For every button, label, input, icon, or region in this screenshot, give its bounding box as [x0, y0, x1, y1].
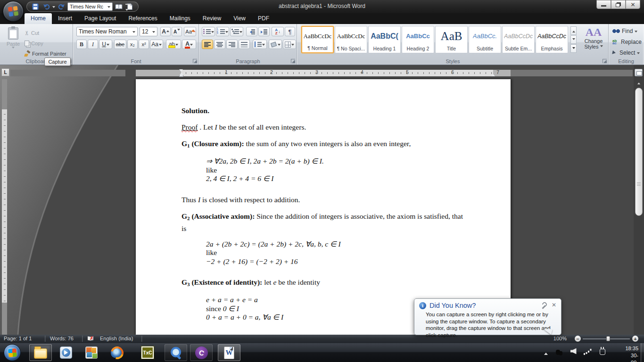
gallery-more-button[interactable] [570, 44, 577, 53]
language-indicator[interactable]: English (India) [100, 336, 133, 341]
font-size-combo[interactable]: 12 [140, 27, 157, 36]
tab-view[interactable]: View [227, 13, 252, 24]
tab-pdf[interactable]: PDF [252, 13, 275, 24]
align-center-button[interactable] [214, 40, 225, 49]
network-signal-icon[interactable] [584, 349, 591, 355]
style-no-spaci[interactable]: AaBbCcDc¶ No Spaci... [335, 26, 367, 53]
power-plug-icon[interactable] [600, 349, 605, 355]
taskbar-texniccenter-button[interactable]: TxC [136, 344, 159, 361]
align-right-button[interactable] [226, 40, 238, 49]
taskbar-media-player-button[interactable] [55, 344, 77, 361]
right-indent-marker[interactable] [491, 72, 495, 76]
paragraph-dialog-launcher[interactable] [291, 59, 295, 63]
style-heading-2[interactable]: AaBbCcHeading 2 [402, 26, 434, 53]
tab-references[interactable]: References [122, 13, 163, 24]
horizontal-ruler[interactable]: 1234567 [10, 69, 633, 77]
show-desktop-button[interactable] [641, 343, 644, 362]
subscript-button[interactable]: x₂ [127, 40, 138, 49]
vertical-ruler[interactable] [2, 79, 7, 335]
grow-font-button[interactable]: A [160, 27, 171, 36]
gallery-down-button[interactable] [570, 35, 577, 44]
styles-dialog-launcher[interactable] [603, 59, 607, 63]
tab-insert[interactable]: Insert [52, 13, 78, 24]
minimize-button[interactable] [596, 0, 611, 9]
zoom-out-button[interactable]: − [575, 336, 581, 342]
bullets-button[interactable] [202, 27, 215, 36]
tab-review[interactable]: Review [197, 13, 227, 24]
justify-button[interactable] [239, 40, 250, 49]
shrink-font-button[interactable]: A [172, 27, 182, 36]
print-preview-button[interactable] [114, 2, 124, 11]
capture-tool-tray-icon[interactable] [556, 350, 560, 355]
undo-button[interactable] [41, 2, 51, 11]
font-dialog-launcher[interactable] [193, 59, 197, 63]
style-heading-1[interactable]: AaBbC(Heading 1 [368, 26, 401, 53]
scrollbar-thumb[interactable] [635, 88, 643, 216]
style-title[interactable]: AaBTitle [435, 26, 468, 53]
italic-button[interactable]: I [88, 40, 98, 49]
proofing-error-icon[interactable]: ✗ [88, 336, 94, 341]
redo-button[interactable] [57, 2, 66, 11]
paste-button[interactable]: Paste [4, 26, 23, 62]
page-indicator[interactable]: Page: 1 of 1 [4, 336, 32, 341]
gallery-up-button[interactable] [570, 26, 577, 35]
replace-button[interactable]: abac Replace [612, 39, 642, 45]
zoom-in-button[interactable]: + [632, 336, 638, 342]
vertical-scrollbar[interactable] [634, 65, 644, 335]
close-button[interactable]: ✕ [626, 0, 640, 9]
sort-button[interactable]: AZ ↓ [272, 27, 284, 36]
increase-indent-button[interactable] [258, 27, 270, 36]
tab-page-layout[interactable]: Page Layout [78, 13, 122, 24]
taskbar-bittorrent-button[interactable]: C [190, 344, 213, 361]
qat-font-combo[interactable]: Times New Rc [67, 2, 113, 11]
bold-button[interactable]: B [76, 40, 87, 49]
align-left-button[interactable] [202, 40, 213, 49]
style-emphasis[interactable]: AaBbCcDcEmphasis [536, 26, 568, 53]
shading-button[interactable] [269, 40, 282, 49]
show-hide-button[interactable]: ¶ [285, 27, 295, 36]
taskbar-search-button[interactable] [165, 344, 187, 361]
document-page[interactable]: Solution.Proof . Let I be the set of all… [136, 79, 511, 335]
style-normal[interactable]: AaBbCcDc¶ Normal [301, 26, 334, 53]
select-button[interactable]: Select [612, 49, 640, 56]
save-button[interactable] [31, 2, 40, 11]
style-subtle-em[interactable]: AaBbCcDcSubtle Em... [502, 26, 535, 53]
undo-dropdown-icon[interactable] [52, 6, 55, 9]
underline-button[interactable]: U [99, 40, 112, 49]
tab-home[interactable]: Home [25, 13, 52, 24]
multilevel-list-button[interactable] [230, 27, 243, 36]
hanging-indent-marker[interactable] [179, 71, 183, 77]
font-color-button[interactable]: A [182, 40, 196, 49]
line-spacing-button[interactable] [253, 40, 267, 49]
highlight-button[interactable]: ab [166, 40, 181, 49]
font-name-combo[interactable]: Times New Roman [76, 27, 138, 36]
borders-button[interactable] [283, 40, 296, 49]
copy-button[interactable]: Copy [25, 38, 66, 49]
tab-mailings[interactable]: Mailings [164, 13, 197, 24]
find-button[interactable]: Find [612, 28, 637, 34]
superscript-button[interactable]: x² [139, 40, 149, 49]
word-count[interactable]: Words: 76 [50, 336, 74, 341]
clear-formatting-button[interactable]: Aa◥ [184, 27, 196, 36]
ruler-toggle-button[interactable] [635, 69, 643, 76]
numbering-button[interactable] [216, 27, 229, 36]
wrench-icon[interactable] [541, 302, 547, 308]
office-button[interactable] [3, 1, 24, 22]
tab-stop-selector[interactable]: L [1, 68, 9, 76]
taskbar-photo-viewer-button[interactable] [80, 344, 103, 361]
clock[interactable]: 18:35 30-09-2014 [625, 345, 638, 362]
change-case-button[interactable]: Aa [150, 40, 163, 49]
decrease-indent-button[interactable] [246, 27, 257, 36]
restore-button[interactable] [611, 0, 626, 9]
start-button[interactable] [4, 344, 21, 361]
style-subtitle[interactable]: AaBbCc.Subtitle [469, 26, 501, 53]
show-hidden-icons-button[interactable] [544, 351, 548, 355]
taskbar-firefox-button[interactable] [106, 344, 128, 361]
close-icon[interactable]: ✕ [552, 303, 556, 307]
taskbar-word-button[interactable]: W [218, 344, 240, 361]
scroll-up-button[interactable] [635, 78, 643, 87]
volume-icon[interactable] [570, 348, 577, 354]
customize-qat-button[interactable] [125, 4, 131, 14]
cut-button[interactable]: ✂ Cut [25, 28, 66, 38]
change-styles-button[interactable]: AA Change Styles [580, 26, 607, 55]
